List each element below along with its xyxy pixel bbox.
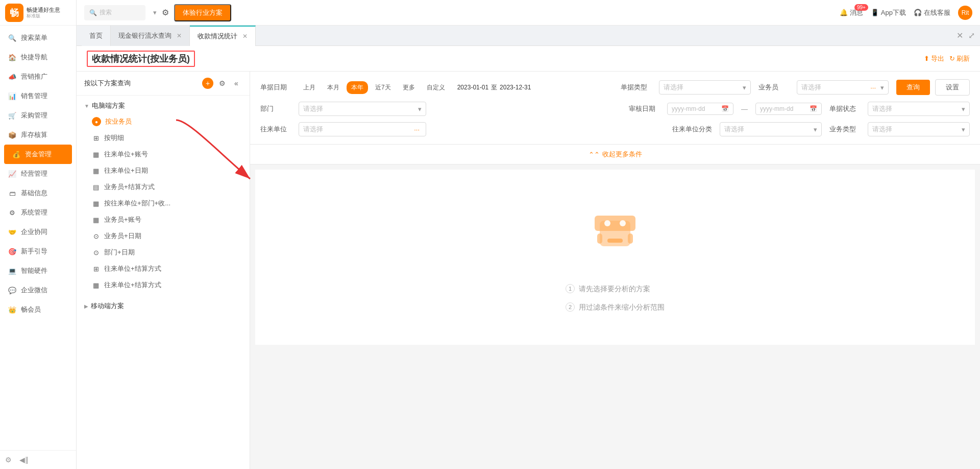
scheme-item-partner-date[interactable]: ▦ 往来单位+日期 xyxy=(77,162,250,179)
biz-type-chevron-icon: ▾ xyxy=(962,126,965,133)
empty-text: 1 请先选择要分析的方案 2 用过滤条件来缩小分析范围 xyxy=(566,282,665,314)
scheme-item-by-salesperson[interactable]: ● 按业务员 xyxy=(77,113,250,130)
user-menu-button[interactable]: Rit xyxy=(958,6,972,20)
calendar-to-icon[interactable]: 📅 xyxy=(810,105,817,112)
review-date-to-input[interactable]: yyyy-mm-dd 📅 xyxy=(755,103,822,115)
sidebar-item-system[interactable]: ⚙ 系统管理 xyxy=(0,203,76,222)
doc-status-chevron-icon: ▾ xyxy=(962,105,965,113)
tab-bank-flow-close-icon[interactable]: ✕ xyxy=(177,32,182,39)
scheme-item-partner-account[interactable]: ▦ 往来单位+账号 xyxy=(77,146,250,162)
sidebar-item-quicknav[interactable]: 🏠 快捷导航 xyxy=(0,48,76,67)
trial-button[interactable]: 体验行业方案 xyxy=(174,4,231,21)
scheme-item-salesperson-settle[interactable]: ▤ 业务员+结算方式 xyxy=(77,179,250,195)
more-options-icon[interactable]: ··· xyxy=(870,84,876,91)
svg-point-2 xyxy=(604,220,610,226)
sidebar-item-guide[interactable]: 🎯 新手引导 xyxy=(0,242,76,261)
refresh-icon: ↻ xyxy=(949,55,955,62)
clock2-icon: ⊙ xyxy=(92,248,100,256)
sidebar-item-member[interactable]: 👑 畅会员 xyxy=(0,300,76,319)
table2-icon: ▦ xyxy=(92,167,100,175)
collab-icon: 🤝 xyxy=(8,227,17,237)
date-btn-this-month[interactable]: 本月 xyxy=(323,81,344,94)
wechat-icon: 💬 xyxy=(8,286,17,295)
date-btn-last-month[interactable]: 上月 xyxy=(299,81,320,94)
scheme-item-salesperson-date[interactable]: ⊙ 业务员+日期 xyxy=(77,228,250,244)
sidebar-item-collab[interactable]: 🤝 企业协同 xyxy=(0,222,76,242)
settings-bottom-icon[interactable]: ⚙ xyxy=(5,456,12,464)
doc-type-select[interactable]: 请选择 ▾ xyxy=(659,80,751,95)
export-button[interactable]: ⬆ 导出 xyxy=(924,54,944,63)
sidebar-item-purchase[interactable]: 🛒 采购管理 xyxy=(0,106,76,125)
scheme-item-dept-date[interactable]: ⊙ 部门+日期 xyxy=(77,244,250,261)
empty-illustration xyxy=(584,200,646,271)
salesperson-select[interactable]: 请选择 ··· ▾ xyxy=(797,80,889,95)
settings-button[interactable]: 设置 xyxy=(935,79,970,96)
message-button[interactable]: 🔔 消息 99+ xyxy=(840,8,863,17)
collapse-sidebar-icon[interactable]: ◀‖ xyxy=(19,456,29,464)
sidebar-item-wechat[interactable]: 💬 企业微信 xyxy=(0,280,76,300)
query-button[interactable]: 查询 xyxy=(896,80,930,95)
sidebar-item-smart[interactable]: 💻 智能硬件 xyxy=(0,261,76,280)
guide-icon: 🎯 xyxy=(8,247,17,256)
tab-receipt-stats-close-icon[interactable]: ✕ xyxy=(242,33,248,40)
salesperson-chevron-icon: ▾ xyxy=(880,84,884,91)
money-icon: 💰 xyxy=(12,150,21,159)
sidebar-item-inventory[interactable]: 📦 库存核算 xyxy=(0,125,76,145)
table3-icon: ▦ xyxy=(92,199,100,207)
date-btn-7days[interactable]: 近7天 xyxy=(371,81,396,94)
doc-status-select[interactable]: 请选择 ▾ xyxy=(868,102,970,116)
scheme-settings-icon[interactable]: ⚙ xyxy=(216,78,228,89)
scheme-item-by-detail[interactable]: ⊞ 按明细 xyxy=(77,130,250,146)
refresh-button[interactable]: ↻ 刷新 xyxy=(949,54,970,63)
tab-receipt-stats[interactable]: 收款情况统计 ✕ xyxy=(190,26,256,46)
sidebar-item-search[interactable]: 🔍 搜索菜单 xyxy=(0,28,76,48)
megaphone-icon: 📣 xyxy=(8,72,17,81)
scheme-item-partner-dept[interactable]: ▦ 按往来单位+部门+收... xyxy=(77,195,250,212)
topnav-dropdown-icon[interactable]: ▾ xyxy=(153,9,157,16)
app-download-button[interactable]: 📱 App下载 xyxy=(871,8,906,17)
date-btn-this-year[interactable]: 本年 xyxy=(347,81,368,94)
desktop-section-toggle[interactable]: ▼ 电脑端方案 xyxy=(77,98,250,113)
partner-more-icon[interactable]: ··· xyxy=(414,126,420,133)
collapse-icon: ⌃⌃ xyxy=(589,151,600,158)
online-service-button[interactable]: 🎧 在线客服 xyxy=(914,8,950,17)
date-range-display: 2023-01-01 至 2023-12-31 xyxy=(457,83,531,92)
close-all-tabs-icon[interactable]: ✕ xyxy=(957,31,963,40)
mobile-section-toggle[interactable]: ▶ 移动端方案 xyxy=(77,298,250,314)
scheme-item-salesperson-account[interactable]: ▦ 业务员+账号 xyxy=(77,212,250,228)
date-btn-custom[interactable]: 自定义 xyxy=(422,81,450,94)
sidebar-item-base[interactable]: 🗃 基础信息 xyxy=(0,183,76,203)
sidebar-item-operations[interactable]: 📈 经营管理 xyxy=(0,164,76,183)
biz-type-select[interactable]: 请选择 ▾ xyxy=(868,122,970,136)
partner-category-select[interactable]: 请选择 ▾ xyxy=(720,122,822,136)
dept-select[interactable]: 请选择 ▾ xyxy=(299,102,426,116)
avatar: Rit xyxy=(958,6,972,20)
page-title: 收款情况统计(按业务员) xyxy=(87,51,195,67)
svg-rect-5 xyxy=(597,233,602,244)
collapse-more-conditions-bar[interactable]: ⌃⌃ 收起更多条件 xyxy=(250,145,980,165)
phone-icon: 📱 xyxy=(871,9,879,16)
topnav-gear-icon[interactable]: ⚙ xyxy=(162,8,169,17)
box-icon: 📦 xyxy=(8,130,17,139)
date-btn-more[interactable]: 更多 xyxy=(398,81,420,94)
tab-bank-flow[interactable]: 现金银行流水查询 ✕ xyxy=(111,26,190,46)
right-panel: 单据日期 上月 本月 本年 近7天 更多 自定义 2023-01-01 至 20… xyxy=(250,72,980,469)
left-panel-header: 按以下方案查询 + ⚙ « xyxy=(77,72,250,96)
tab-home[interactable]: 首页 xyxy=(82,26,111,46)
maximize-icon[interactable]: ⤢ xyxy=(968,31,975,40)
sidebar-item-marketing[interactable]: 📣 营销推广 xyxy=(0,67,76,86)
sidebar-item-finance[interactable]: 💰 资金管理 xyxy=(4,145,72,164)
active-indicator: ● xyxy=(92,117,101,126)
scheme-item-partner-settle1[interactable]: ⊞ 往来单位+结算方式 xyxy=(77,261,250,277)
collapse-panel-icon[interactable]: « xyxy=(231,78,242,89)
add-scheme-button[interactable]: + xyxy=(202,78,213,89)
gear-sidebar-icon: ⚙ xyxy=(8,208,17,217)
scheme-item-partner-settle2[interactable]: ▦ 往来单位+结算方式 xyxy=(77,277,250,293)
topnav-search[interactable]: 🔍 搜索 xyxy=(84,5,145,20)
partner-select[interactable]: 请选择 ··· xyxy=(299,122,426,136)
left-panel-title: 按以下方案查询 xyxy=(84,79,131,88)
table-icon: ▦ xyxy=(92,150,100,158)
review-date-from-input[interactable]: yyyy-mm-dd 📅 xyxy=(667,103,733,115)
calendar-from-icon[interactable]: 📅 xyxy=(721,105,729,112)
sidebar-item-sales[interactable]: 📊 销售管理 xyxy=(0,86,76,106)
